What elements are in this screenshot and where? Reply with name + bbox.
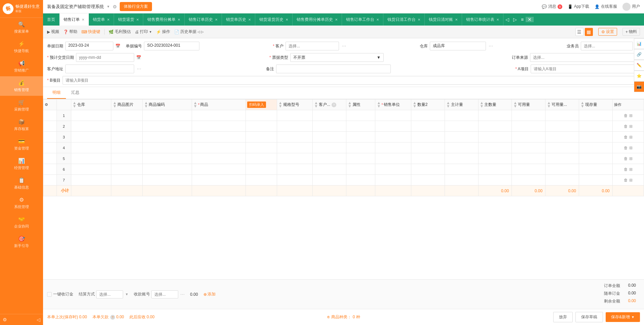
row-spec-cell[interactable] bbox=[277, 110, 312, 121]
row-available-cell[interactable] bbox=[512, 153, 545, 164]
tab-sales-ship[interactable]: 销货单 ✕ bbox=[89, 13, 114, 26]
row-unit-cell[interactable] bbox=[375, 110, 411, 121]
row-attribute-cell[interactable] bbox=[346, 175, 375, 186]
row-warehouse-cell[interactable] bbox=[71, 143, 111, 153]
row-customer-code-cell[interactable] bbox=[313, 132, 346, 143]
topbar-settings-icon[interactable]: ⚙ bbox=[113, 4, 117, 9]
row-spec-cell[interactable] bbox=[277, 175, 312, 186]
col-current-stock-header[interactable]: ▲▼ 现存量 bbox=[579, 99, 612, 110]
row-product-cell[interactable] bbox=[192, 175, 245, 186]
row-customer-code-cell[interactable] bbox=[313, 175, 346, 186]
row-product-cell[interactable] bbox=[192, 132, 245, 143]
tab-nav-close[interactable]: ✕ bbox=[526, 17, 534, 22]
toolbar-shortcut[interactable]: ⌨ 快捷键 bbox=[81, 29, 100, 35]
row-main-qty-cell[interactable] bbox=[478, 121, 512, 132]
row-warehouse-cell[interactable] bbox=[71, 110, 111, 121]
sidebar-settings-icon[interactable]: ⚙ bbox=[3, 317, 7, 322]
col-spec-header[interactable]: ▲▼ 规格型号 bbox=[277, 99, 312, 110]
app-download-item[interactable]: 📱 App下载 bbox=[568, 4, 589, 9]
row-delete-icon[interactable]: 🗑 bbox=[624, 135, 628, 139]
row-image-cell[interactable] bbox=[111, 175, 143, 186]
tab-close-icon[interactable]: ✕ bbox=[376, 18, 379, 22]
row-current-stock-cell[interactable] bbox=[579, 121, 612, 132]
tab-nav-list[interactable]: ≡ bbox=[519, 17, 526, 22]
col-scan-header[interactable]: 扫码录入 bbox=[245, 99, 277, 110]
scan-btn[interactable]: 扫码录入 bbox=[247, 101, 266, 108]
invoice-select[interactable]: 不开票 ▼ bbox=[290, 53, 384, 62]
row-available2-cell[interactable] bbox=[545, 121, 579, 132]
row-code-cell[interactable] bbox=[143, 132, 192, 143]
tab-close-icon[interactable]: ✕ bbox=[215, 18, 218, 22]
industry-btn[interactable]: 体验行业方案 bbox=[120, 2, 152, 11]
delivery-date-input[interactable] bbox=[76, 53, 134, 62]
row-image-cell[interactable] bbox=[111, 110, 143, 121]
address-more-icon[interactable]: ··· bbox=[137, 66, 141, 72]
right-btn-4[interactable]: ⭐ bbox=[634, 71, 644, 81]
row-customer-code-cell[interactable] bbox=[313, 110, 346, 121]
sidebar-item-nav[interactable]: ⚡ 快捷导航 bbox=[0, 37, 43, 57]
tab-close-icon[interactable]: ✕ bbox=[418, 18, 420, 22]
tab-sales-order[interactable]: 销售订单 ✕ bbox=[60, 13, 89, 26]
print-dropdown-icon[interactable]: ▼ bbox=[149, 30, 152, 34]
row-available-cell[interactable] bbox=[512, 121, 545, 132]
row-customer-code-cell[interactable] bbox=[313, 164, 346, 175]
row-customer-code-cell[interactable] bbox=[313, 143, 346, 153]
payment-method-input[interactable] bbox=[96, 290, 123, 298]
sidebar-item-purchase[interactable]: 🛒 采购管理 bbox=[0, 96, 43, 115]
tab-sales-return[interactable]: 销货退货 ✕ bbox=[114, 13, 143, 26]
row-current-stock-cell[interactable] bbox=[579, 132, 612, 143]
tab-return-history[interactable]: 销货退货历史 ✕ bbox=[255, 13, 293, 26]
sidebar-item-system[interactable]: ⚙ 系统管理 bbox=[0, 193, 43, 213]
info-icon[interactable]: ? bbox=[332, 103, 336, 107]
row-copy-icon[interactable]: ⊞ bbox=[629, 178, 633, 182]
a-project-input[interactable] bbox=[531, 65, 640, 73]
row-main-qty-cell[interactable] bbox=[478, 110, 512, 121]
row-qty2-cell[interactable] bbox=[411, 132, 445, 143]
tab-close-icon[interactable]: ✕ bbox=[496, 18, 499, 22]
toolbar-settings-btn[interactable]: ⚙ 设置 bbox=[598, 28, 617, 36]
table-wrapper[interactable]: ⚙ ▲▼ 仓库 ▲▼ 商品图片 bbox=[43, 99, 644, 279]
row-spec-cell[interactable] bbox=[277, 153, 312, 164]
row-unit-cell[interactable] bbox=[375, 164, 411, 175]
row-image-cell[interactable] bbox=[111, 143, 143, 153]
tab-close-icon[interactable]: ✕ bbox=[286, 18, 288, 22]
toolbar-view[interactable]: ▶ 视频 bbox=[47, 29, 59, 35]
message-item[interactable]: 💬 消息 9 bbox=[542, 4, 562, 9]
sidebar-item-sales[interactable]: 💰 销售管理 bbox=[0, 76, 43, 96]
row-code-cell[interactable] bbox=[143, 121, 192, 132]
sidebar-item-collab[interactable]: 🤝 企业协同 bbox=[0, 213, 43, 232]
tab-close-icon[interactable]: ✕ bbox=[248, 18, 251, 22]
tab-summary[interactable]: 汇总 bbox=[66, 87, 85, 99]
row-main-unit-cell[interactable] bbox=[445, 121, 478, 132]
row-available-cell[interactable] bbox=[512, 110, 545, 121]
toolbar-list-view-icon[interactable]: ☰ bbox=[575, 28, 583, 36]
tab-close-icon[interactable]: ✕ bbox=[455, 18, 458, 22]
sidebar-item-marketing[interactable]: 📢 营销推广 bbox=[0, 57, 43, 76]
row-attribute-cell[interactable] bbox=[346, 153, 375, 164]
row-main-unit-cell[interactable] bbox=[445, 143, 478, 153]
row-delete-icon[interactable]: 🗑 bbox=[624, 167, 628, 172]
save-btn[interactable]: 保存&新增 ▼ bbox=[606, 312, 640, 322]
row-delete-icon[interactable]: 🗑 bbox=[624, 146, 628, 150]
right-btn-2[interactable]: 🔗 bbox=[634, 49, 644, 60]
row-main-qty-cell[interactable] bbox=[478, 153, 512, 164]
col-warehouse-header[interactable]: ▲▼ 仓库 bbox=[71, 99, 111, 110]
row-product-cell[interactable] bbox=[192, 153, 245, 164]
add-btn[interactable]: ⊕ 添加 bbox=[203, 291, 216, 297]
tab-close-icon[interactable]: ✕ bbox=[178, 18, 180, 22]
toolbar-add-btn[interactable]: + 物料 bbox=[622, 28, 640, 36]
sidebar-item-inventory[interactable]: 📦 库存核算 bbox=[0, 115, 43, 135]
row-main-unit-cell[interactable] bbox=[445, 175, 478, 186]
row-current-stock-cell[interactable] bbox=[579, 175, 612, 186]
row-code-cell[interactable] bbox=[143, 143, 192, 153]
tab-daily-reconcile[interactable]: 钱货日清对账 ✕ bbox=[425, 13, 462, 26]
row-copy-icon[interactable]: ⊞ bbox=[629, 113, 633, 118]
row-attribute-cell[interactable] bbox=[346, 164, 375, 175]
row-warehouse-cell[interactable] bbox=[71, 121, 111, 132]
remark-input[interactable] bbox=[276, 65, 391, 73]
sidebar-item-guide[interactable]: 🎯 新手引导 bbox=[0, 232, 43, 252]
discard-btn[interactable]: 放弃 bbox=[553, 312, 573, 322]
row-qty2-cell[interactable] bbox=[411, 175, 445, 186]
tab-close-icon[interactable]: ✕ bbox=[335, 18, 338, 22]
history-nav-next[interactable]: ▷ bbox=[201, 30, 204, 34]
